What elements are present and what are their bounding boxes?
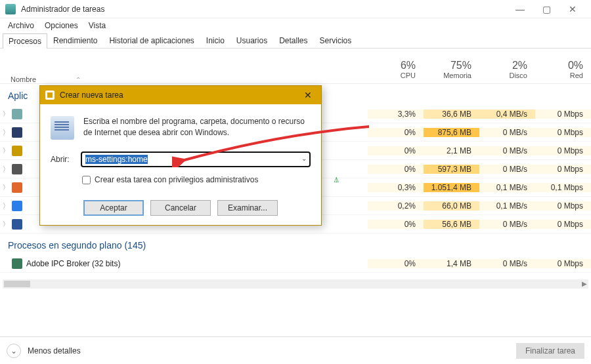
run-dialog: Crear nueva tarea ✕ Escriba el nombre de… <box>39 85 322 226</box>
bottom-bar: ⌄ Menos detalles Finalizar tarea <box>0 336 591 364</box>
cell-cpu: 0% <box>368 128 424 137</box>
dialog-icon <box>45 91 55 100</box>
tab-startup[interactable]: Inicio <box>200 33 230 48</box>
cpu-label: CPU <box>368 71 416 79</box>
cancel-button[interactable]: Cancelar <box>150 200 211 216</box>
scroll-thumb[interactable] <box>4 281 30 287</box>
cell-net: 0 Mbps <box>535 110 591 119</box>
menu-file[interactable]: Archivo <box>3 20 39 31</box>
open-input[interactable] <box>81 152 311 167</box>
cell-disk: 0 MB/s <box>479 146 535 155</box>
cell-cpu: 0,3% <box>368 183 424 192</box>
cell-mem: 56,6 MB <box>424 220 479 229</box>
cell-net: 0 Mbps <box>535 220 591 229</box>
dialog-close-button[interactable]: ✕ <box>300 90 316 100</box>
maximize-button[interactable]: ▢ <box>533 0 559 18</box>
cell-net: 0 Mbps <box>535 128 591 137</box>
scroll-right-icon[interactable]: ▶ <box>582 280 587 287</box>
dropdown-icon[interactable]: ⌄ <box>301 155 307 162</box>
cell-disk: 0,1 MB/s <box>479 183 535 192</box>
run-icon <box>51 116 74 140</box>
mem-pct: 75% <box>424 60 471 71</box>
cell-disk: 0 MB/s <box>479 259 535 268</box>
window-title: Administrador de tareas <box>21 5 507 14</box>
cell-cpu: 0% <box>368 146 424 155</box>
cell-disk: 0,1 MB/s <box>479 201 535 211</box>
col-net[interactable]: 0% Red <box>535 57 591 83</box>
col-memory[interactable]: 75% Memoria <box>424 57 479 83</box>
cell-net: 0 Mbps <box>535 201 591 211</box>
cell-mem: 875,6 MB <box>424 128 479 137</box>
cell-mem: 597,3 MB <box>424 165 479 174</box>
cell-disk: 0,4 MB/s <box>479 110 535 119</box>
tab-services[interactable]: Servicios <box>314 33 358 48</box>
cpu-pct: 6% <box>368 60 416 71</box>
fewer-details-icon[interactable]: ⌄ <box>7 344 21 358</box>
tab-users[interactable]: Usuarios <box>230 33 273 48</box>
expand-icon[interactable]: 〉 <box>0 165 12 174</box>
disk-label: Disco <box>479 71 527 79</box>
cell-mem: 66,0 MB <box>424 201 479 211</box>
dialog-description: Escriba el nombre del programa, carpeta,… <box>83 116 311 139</box>
cell-mem: 1,4 MB <box>424 259 479 268</box>
cell-cpu: 0% <box>368 165 424 174</box>
cell-mem: 36,6 MB <box>424 110 479 119</box>
expand-icon[interactable]: 〉 <box>0 183 12 192</box>
expand-icon[interactable]: 〉 <box>0 220 12 229</box>
tab-processes[interactable]: Procesos <box>3 33 47 49</box>
app-row-icon <box>12 201 22 211</box>
end-task-button[interactable]: Finalizar tarea <box>516 343 584 359</box>
open-label: Abrir: <box>51 155 81 164</box>
tab-performance[interactable]: Rendimiento <box>47 33 103 48</box>
minimize-button[interactable]: — <box>507 0 533 18</box>
expand-icon[interactable]: 〉 <box>0 201 12 211</box>
app-row-icon <box>12 127 22 138</box>
table-row[interactable]: Adobe IPC Broker (32 bits)0%1,4 MB0 MB/s… <box>0 254 591 273</box>
menu-view[interactable]: Vista <box>83 20 111 31</box>
ok-button[interactable]: Aceptar <box>83 200 144 216</box>
fewer-details-label[interactable]: Menos detalles <box>28 346 81 355</box>
cell-mem: 1.051,4 MB <box>424 183 479 192</box>
close-button[interactable]: ✕ <box>559 0 586 18</box>
cell-cpu: 0% <box>368 220 424 229</box>
window-titlebar: Administrador de tareas — ▢ ✕ <box>0 0 591 18</box>
dialog-title: Crear nueva tarea <box>60 91 300 100</box>
app-row-icon <box>12 164 22 174</box>
col-disk[interactable]: 2% Disco <box>479 57 535 83</box>
expand-icon[interactable]: 〉 <box>0 110 12 119</box>
tab-bar: Procesos Rendimiento Historial de aplica… <box>0 33 591 49</box>
tab-app-history[interactable]: Historial de aplicaciones <box>103 33 200 48</box>
cell-mem: 2,1 MB <box>424 146 479 155</box>
cell-net: 0 Mbps <box>535 259 591 268</box>
tab-details[interactable]: Detalles <box>273 33 313 48</box>
expand-icon[interactable]: 〉 <box>0 146 12 155</box>
app-row-icon <box>12 146 22 156</box>
app-row-icon <box>12 219 22 230</box>
admin-checkbox[interactable] <box>82 176 91 184</box>
column-headers: Nombre ⌃ 6% CPU 75% Memoria 2% Disco 0% … <box>0 49 591 84</box>
net-label: Red <box>535 71 583 79</box>
col-cpu[interactable]: 6% CPU <box>368 57 424 83</box>
app-icon <box>5 4 16 14</box>
cell-cpu: 0,2% <box>368 201 424 211</box>
app-row-icon <box>12 109 22 119</box>
horizontal-scrollbar[interactable]: ▶ <box>3 279 588 289</box>
col-name[interactable]: Nombre <box>11 75 36 83</box>
disk-pct: 2% <box>479 60 527 71</box>
app-row-icon <box>12 258 22 269</box>
app-row-icon <box>12 182 22 193</box>
browse-button[interactable]: Examinar... <box>217 200 278 216</box>
expand-icon[interactable]: 〉 <box>0 128 12 137</box>
mem-label: Memoria <box>424 71 471 79</box>
pin-icon: ⍋ <box>334 174 339 184</box>
menu-bar: Archivo Opciones Vista <box>0 18 591 33</box>
cell-cpu: 0% <box>368 259 424 268</box>
cell-net: 0 Mbps <box>535 146 591 155</box>
cell-cpu: 3,3% <box>368 110 424 119</box>
dialog-titlebar[interactable]: Crear nueva tarea ✕ <box>40 86 321 104</box>
cell-disk: 0 MB/s <box>479 165 535 174</box>
cell-disk: 0 MB/s <box>479 220 535 229</box>
menu-options[interactable]: Opciones <box>39 20 83 31</box>
sort-indicator-icon: ⌃ <box>76 76 81 83</box>
cell-net: 0,1 Mbps <box>535 183 591 192</box>
